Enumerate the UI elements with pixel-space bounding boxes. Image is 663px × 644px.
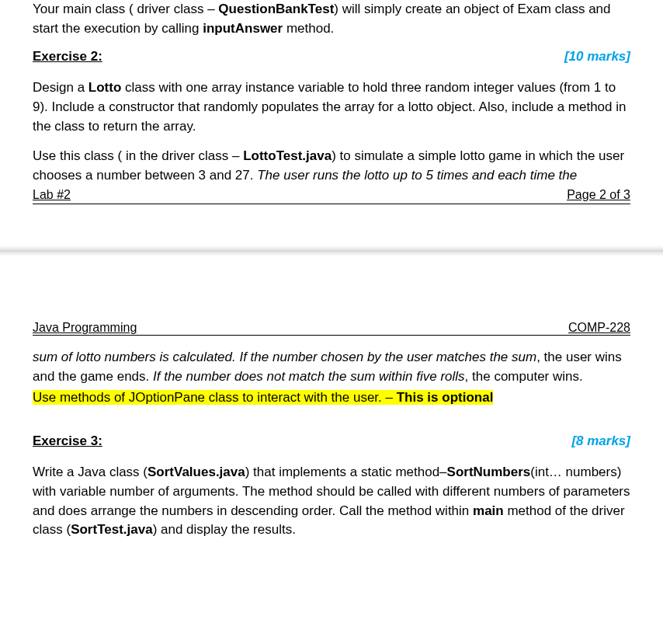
class-name: Lotto [89, 80, 121, 95]
joptionpane-note: Use methods of JOptionPane class to inte… [33, 388, 630, 408]
page-3-header: Java Programming COMP-228 [33, 321, 630, 335]
exercise-2-heading-row: Exercise 2: [10 marks] [33, 49, 630, 64]
text: Your main class ( driver class – [33, 2, 218, 16]
text: Use methods of JOptionPane class to inte… [33, 390, 397, 405]
exercise-2-paragraph-2: Use this class ( in the driver class – L… [33, 147, 630, 185]
bold-text: This is optional [397, 390, 494, 405]
text: Write a Java class ( [33, 465, 148, 479]
class-name: QuestionBankTest [218, 2, 334, 16]
exercise-2-paragraph-1: Design a Lotto class with one array inst… [33, 78, 630, 136]
text: ) that implements a static method– [245, 465, 447, 479]
page-break [0, 204, 663, 298]
highlight: Use methods of JOptionPane class to inte… [33, 390, 493, 405]
exercise-3-marks: [8 marks] [571, 433, 630, 449]
text: Design a [33, 80, 89, 95]
page-2-footer: Lab #2 Page 2 of 3 [33, 188, 630, 204]
exercise-2-marks: [10 marks] [564, 49, 630, 64]
footer-right: Page 2 of 3 [567, 188, 630, 202]
class-name: SortTest.java [71, 522, 153, 537]
text: , the computer wins. [465, 369, 583, 384]
text: class with one array instance variable t… [33, 80, 627, 133]
text: ) and display the results. [153, 522, 296, 537]
footer-left: Lab #2 [33, 188, 71, 202]
emphasis: If the number does not match the sum wit… [153, 369, 465, 384]
exercise-3-heading-row: Exercise 3: [8 marks] [33, 433, 630, 449]
exercise-3-paragraph: Write a Java class (SortValues.java) tha… [33, 463, 630, 540]
class-name: SortValues.java [148, 465, 245, 479]
text: method. [283, 21, 334, 36]
method-name: SortNumbers [447, 465, 531, 479]
method-name: main [473, 503, 504, 518]
emphasis: The user runs the lotto up to 5 times an… [257, 168, 577, 183]
page-2-content: Your main class ( driver class – Questio… [0, 0, 663, 204]
emphasis: sum of lotto numbers is calculated. If t… [33, 350, 536, 364]
method-name: inputAnswer [203, 21, 283, 36]
intro-paragraph: Your main class ( driver class – Questio… [33, 0, 630, 38]
exercise-3-heading: Exercise 3: [33, 433, 102, 449]
exercise-2-continuation: sum of lotto numbers is calculated. If t… [33, 348, 630, 386]
class-name: LottoTest.java [243, 148, 332, 163]
exercise-2-heading: Exercise 2: [33, 49, 102, 64]
page-3-content: Java Programming COMP-228 sum of lotto n… [0, 321, 663, 539]
header-right: COMP-228 [568, 321, 630, 335]
header-left: Java Programming [33, 321, 137, 335]
text: Use this class ( in the driver class – [33, 148, 243, 163]
header-rule [33, 335, 630, 336]
